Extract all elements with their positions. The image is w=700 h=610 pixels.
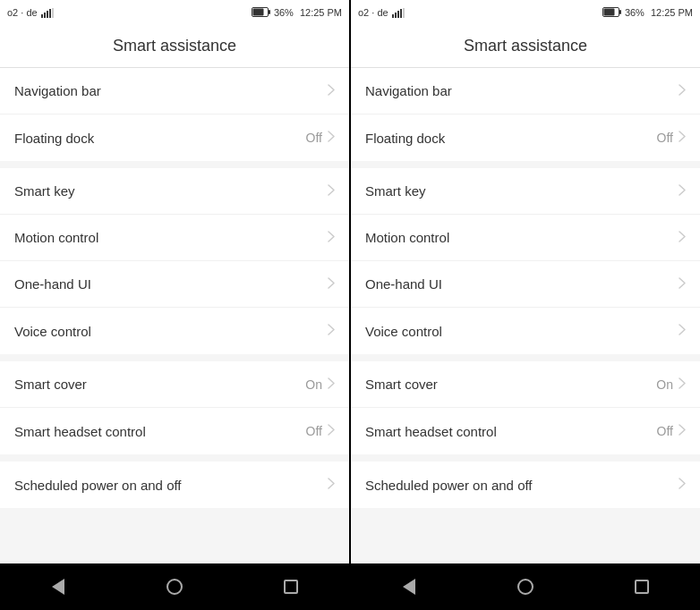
status-icons	[392, 7, 405, 18]
settings-group-0: Navigation barFloating dockOff	[351, 68, 700, 161]
chevron-right-icon	[679, 276, 686, 292]
back-icon	[403, 579, 415, 595]
item-label: Voice control	[365, 324, 442, 339]
settings-group-2: Smart coverOnSmart headset controlOff	[0, 361, 349, 454]
svg-rect-2	[47, 11, 48, 18]
svg-rect-8	[392, 14, 394, 18]
item-right: On	[305, 377, 335, 393]
chevron-right-icon	[679, 323, 686, 339]
settings-item[interactable]: Smart headset controlOff	[0, 408, 349, 454]
home-icon	[166, 579, 183, 595]
chevron-right-icon	[328, 423, 335, 439]
recent-button[interactable]	[273, 569, 309, 605]
settings-item[interactable]: Motion control	[0, 215, 349, 261]
settings-list: Navigation barFloating dockOffSmart keyM…	[0, 68, 349, 563]
settings-item[interactable]: Smart key	[0, 168, 349, 215]
home-icon	[517, 579, 534, 595]
settings-item[interactable]: Floating dockOff	[0, 114, 349, 161]
settings-item[interactable]: Voice control	[0, 308, 349, 354]
item-left: Smart key	[14, 183, 75, 199]
chevron-right-icon	[679, 183, 686, 199]
svg-rect-9	[395, 13, 397, 18]
item-label: Smart key	[365, 183, 426, 199]
settings-item[interactable]: Smart headset controlOff	[351, 408, 700, 454]
svg-rect-14	[603, 8, 614, 15]
chevron-right-icon	[328, 276, 335, 292]
settings-item[interactable]: Smart coverOn	[351, 361, 700, 408]
item-left: One-hand UI	[365, 276, 442, 292]
phone-panel-1: o2 · de 36% 12:25 PM	[351, 0, 700, 610]
settings-item[interactable]: One-hand UI	[0, 261, 349, 308]
recent-icon	[284, 580, 298, 594]
item-right	[679, 230, 686, 246]
item-right	[679, 183, 686, 199]
item-label: One-hand UI	[365, 276, 442, 292]
item-value: On	[656, 377, 673, 392]
settings-group-2: Smart coverOnSmart headset controlOff	[351, 361, 700, 454]
settings-item[interactable]: Floating dockOff	[351, 114, 700, 161]
item-right	[328, 323, 335, 339]
battery-icon	[252, 7, 271, 19]
back-button[interactable]	[40, 569, 76, 605]
item-right	[328, 477, 335, 493]
item-right: Off	[306, 423, 335, 439]
settings-item[interactable]: Navigation bar	[351, 68, 700, 114]
item-value: Off	[306, 131, 322, 145]
back-button[interactable]	[391, 569, 427, 605]
svg-rect-11	[400, 9, 402, 18]
chevron-right-icon	[328, 477, 335, 493]
recent-button[interactable]	[624, 569, 660, 605]
time: 12:25 PM	[651, 7, 693, 18]
settings-item[interactable]: Scheduled power on and off	[351, 462, 700, 508]
settings-item[interactable]: Smart coverOn	[0, 361, 349, 408]
item-label: Smart cover	[365, 377, 438, 392]
settings-item[interactable]: Voice control	[351, 308, 700, 354]
settings-group-0: Navigation barFloating dockOff	[0, 68, 349, 161]
chevron-right-icon	[328, 377, 335, 393]
item-right	[328, 276, 335, 292]
status-carrier: o2 · de	[358, 7, 405, 18]
battery-percent: 36%	[274, 7, 294, 18]
settings-group-1: Smart keyMotion controlOne-hand UIVoice …	[351, 168, 700, 354]
item-left: Voice control	[365, 324, 442, 339]
carrier-text: o2 · de	[358, 7, 388, 18]
settings-item[interactable]: Navigation bar	[0, 68, 349, 114]
home-button[interactable]	[157, 569, 192, 605]
chevron-right-icon	[328, 183, 335, 199]
home-button[interactable]	[508, 569, 543, 605]
item-label: Scheduled power on and off	[365, 478, 533, 493]
status-right: 36% 12:25 PM	[252, 7, 342, 19]
item-left: Smart cover	[14, 377, 87, 392]
item-right	[679, 276, 686, 292]
svg-rect-3	[49, 9, 51, 18]
settings-item[interactable]: Scheduled power on and off	[0, 462, 349, 508]
page-title: Smart assistance	[113, 37, 236, 55]
chevron-right-icon	[679, 130, 686, 146]
item-right: Off	[657, 130, 686, 146]
item-right	[679, 323, 686, 339]
settings-item[interactable]: One-hand UI	[351, 261, 700, 308]
phone-panel-0: o2 · de 36% 12:25 PM	[0, 0, 349, 610]
item-right	[679, 83, 686, 99]
item-label: Voice control	[14, 324, 91, 339]
status-right: 36% 12:25 PM	[602, 7, 693, 19]
settings-item[interactable]: Motion control	[351, 215, 700, 261]
svg-rect-7	[269, 10, 270, 14]
item-label: Floating dock	[14, 131, 94, 146]
settings-item[interactable]: Smart key	[351, 168, 700, 215]
item-left: Scheduled power on and off	[14, 478, 182, 493]
page-title: Smart assistance	[464, 37, 587, 55]
battery-percent: 36%	[625, 7, 645, 18]
chevron-right-icon	[328, 130, 335, 146]
svg-rect-12	[403, 8, 405, 18]
svg-rect-0	[41, 14, 43, 18]
time: 12:25 PM	[300, 7, 342, 18]
item-label: Scheduled power on and off	[14, 478, 182, 493]
chevron-right-icon	[679, 423, 686, 439]
item-right	[328, 83, 335, 99]
chevron-right-icon	[328, 323, 335, 339]
bottom-nav	[351, 563, 700, 610]
svg-rect-15	[619, 10, 621, 14]
settings-group-1: Smart keyMotion controlOne-hand UIVoice …	[0, 168, 349, 354]
status-bar: o2 · de 36% 12:25 PM	[351, 0, 700, 25]
